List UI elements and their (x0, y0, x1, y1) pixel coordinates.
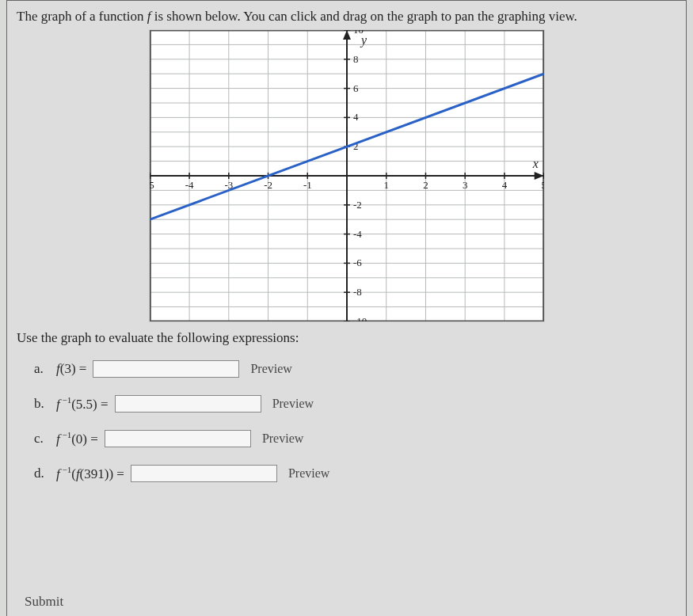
svg-text:-4: -4 (185, 179, 193, 191)
svg-text:y: y (359, 33, 367, 48)
question-letter: c. (34, 431, 56, 447)
question-expression: f −1(f(391)) = (56, 465, 124, 482)
svg-text:4: 4 (352, 111, 358, 123)
instruction-prefix: The graph of a function (17, 9, 147, 24)
questions-list: a. f(3) = Preview b. f −1(5.5) = Preview… (34, 360, 676, 482)
submit-button[interactable]: Submit (25, 594, 63, 610)
question-b: b. f −1(5.5) = Preview (34, 395, 676, 413)
svg-text:x: x (531, 157, 538, 170)
svg-text:8: 8 (352, 53, 357, 65)
svg-text:-2: -2 (352, 199, 361, 211)
answer-input-a[interactable] (93, 360, 239, 378)
answer-input-d[interactable] (131, 465, 277, 482)
evaluate-prompt: Use the graph to evaluate the following … (17, 330, 676, 346)
svg-text:1: 1 (383, 179, 388, 191)
svg-text:2: 2 (423, 179, 428, 191)
preview-button-d[interactable]: Preview (288, 466, 329, 481)
question-d: d. f −1(f(391)) = Preview (34, 465, 676, 482)
svg-marker-36 (343, 30, 351, 40)
graph-container: -5-4-3-2-112345-10-8-6-4-2246810yx (17, 29, 676, 322)
question-letter: d. (34, 466, 56, 481)
answer-input-c[interactable] (105, 430, 251, 447)
preview-button-c[interactable]: Preview (262, 432, 303, 446)
question-c: c. f −1(0) = Preview (34, 430, 676, 447)
question-letter: b. (34, 396, 56, 412)
svg-text:-1: -1 (303, 179, 311, 191)
svg-text:4: 4 (501, 179, 507, 191)
svg-text:-10: -10 (352, 315, 366, 322)
question-letter: a. (34, 361, 56, 377)
svg-text:-5: -5 (149, 179, 154, 191)
svg-text:6: 6 (352, 82, 358, 94)
svg-text:5: 5 (541, 179, 545, 191)
question-a: a. f(3) = Preview (34, 360, 676, 378)
function-graph[interactable]: -5-4-3-2-112345-10-8-6-4-2246810yx (149, 29, 545, 322)
instruction-suffix: is shown below. You can click and drag o… (150, 9, 577, 24)
svg-text:3: 3 (462, 179, 466, 191)
svg-text:-8: -8 (352, 286, 361, 298)
preview-button-b[interactable]: Preview (272, 397, 314, 411)
preview-button-a[interactable]: Preview (250, 362, 291, 376)
instruction-text: The graph of a function f is shown below… (17, 9, 676, 25)
question-expression: f −1(0) = (56, 430, 98, 447)
question-expression: f(3) = (56, 361, 86, 377)
svg-text:-6: -6 (352, 257, 361, 268)
question-panel: The graph of a function f is shown below… (6, 0, 687, 616)
answer-input-b[interactable] (115, 395, 261, 413)
svg-text:-2: -2 (264, 179, 272, 191)
question-expression: f −1(5.5) = (56, 395, 109, 413)
svg-text:-4: -4 (352, 228, 361, 240)
submit-row: Submit (25, 594, 63, 610)
